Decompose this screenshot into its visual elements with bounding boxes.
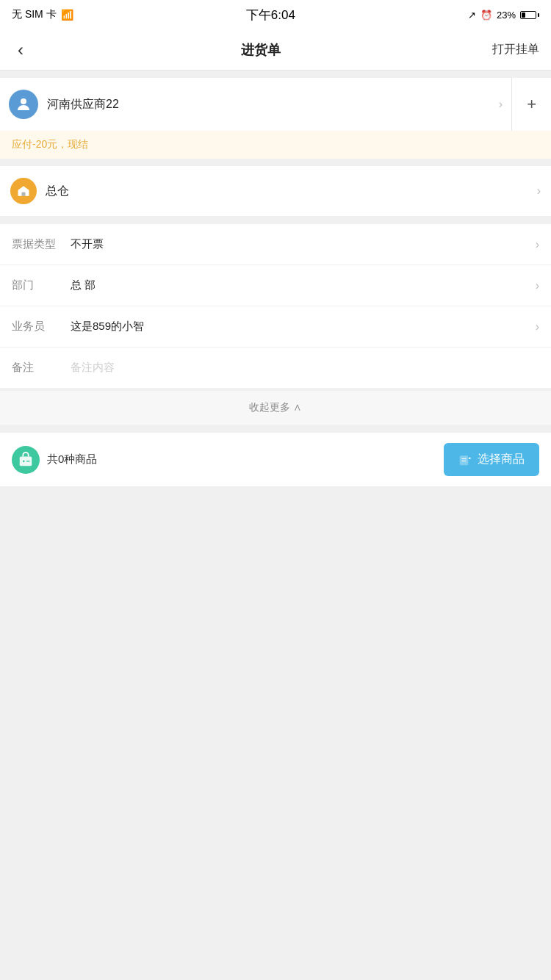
remark-row[interactable]: 备注 备注内容 (0, 347, 551, 389)
product-count-text: 共0种商品 (47, 453, 97, 466)
invoice-type-row[interactable]: 票据类型 不开票 › (0, 224, 551, 265)
supplier-section: 河南供应商22 › + (0, 78, 551, 131)
collapse-bar[interactable]: 收起更多 ∧ (0, 390, 551, 425)
status-time: 下午6:04 (246, 7, 295, 24)
product-icon (12, 446, 40, 474)
product-count-area: 共0种商品 (12, 446, 97, 474)
warehouse-name: 总仓 (46, 184, 531, 199)
form-section: 票据类型 不开票 › 部门 总 部 › 业务员 这是859的小智 › 备注 备注… (0, 224, 551, 389)
salesperson-value: 这是859的小智 (71, 320, 530, 334)
department-chevron-icon: › (536, 279, 539, 292)
supplier-avatar (9, 90, 38, 119)
alarm-icon: ⏰ (480, 10, 492, 21)
warehouse-chevron-icon: › (537, 184, 541, 198)
remark-label: 备注 (12, 361, 71, 375)
svg-rect-2 (20, 456, 32, 466)
warehouse-section: 总仓 › (0, 166, 551, 217)
notice-text: 应付-20元，现结 (12, 138, 88, 150)
svg-rect-5 (460, 455, 468, 464)
warehouse-icon (10, 178, 37, 204)
add-supplier-button[interactable]: + (512, 78, 551, 131)
supplier-selector[interactable]: 河南供应商22 › (0, 78, 512, 131)
department-row[interactable]: 部门 总 部 › (0, 265, 551, 306)
department-label: 部门 (12, 278, 71, 292)
svg-point-3 (23, 460, 25, 462)
select-product-button[interactable]: 选择商品 (444, 443, 539, 476)
notice-bar: 应付-20元，现结 (0, 131, 551, 159)
svg-rect-1 (22, 192, 26, 196)
salesperson-label: 业务员 (12, 320, 71, 334)
salesperson-row[interactable]: 业务员 这是859的小智 › (0, 306, 551, 347)
supplier-chevron-icon: › (499, 98, 503, 111)
invoice-type-value: 不开票 (71, 237, 530, 251)
location-icon: ↗ (468, 10, 476, 21)
open-pending-button[interactable]: 打开挂单 (492, 42, 539, 57)
carrier-label: 无 SIM 卡 (12, 8, 57, 21)
select-product-label: 选择商品 (478, 452, 525, 467)
invoice-type-chevron-icon: › (536, 238, 539, 251)
wifi-icon: 📶 (61, 9, 73, 21)
svg-point-0 (21, 98, 26, 104)
status-left: 无 SIM 卡 📶 (12, 8, 73, 21)
department-value: 总 部 (71, 278, 530, 292)
nav-bar: ‹ 进货单 打开挂单 (0, 29, 551, 71)
page-title: 进货单 (241, 41, 281, 59)
top-divider (0, 71, 551, 78)
battery-indicator (520, 11, 539, 19)
page-background (0, 486, 551, 633)
battery-label: 23% (497, 10, 516, 21)
warehouse-selector[interactable]: 总仓 › (0, 166, 551, 217)
supplier-name: 河南供应商22 (47, 97, 493, 112)
remark-value: 备注内容 (71, 361, 539, 375)
back-button[interactable]: ‹ (12, 34, 29, 66)
status-bar: 无 SIM 卡 📶 下午6:04 ↗ ⏰ 23% (0, 0, 551, 29)
invoice-type-label: 票据类型 (12, 237, 71, 251)
salesperson-chevron-icon: › (536, 320, 539, 334)
status-right: ↗ ⏰ 23% (468, 10, 539, 21)
bottom-bar: 共0种商品 选择商品 (0, 432, 551, 486)
